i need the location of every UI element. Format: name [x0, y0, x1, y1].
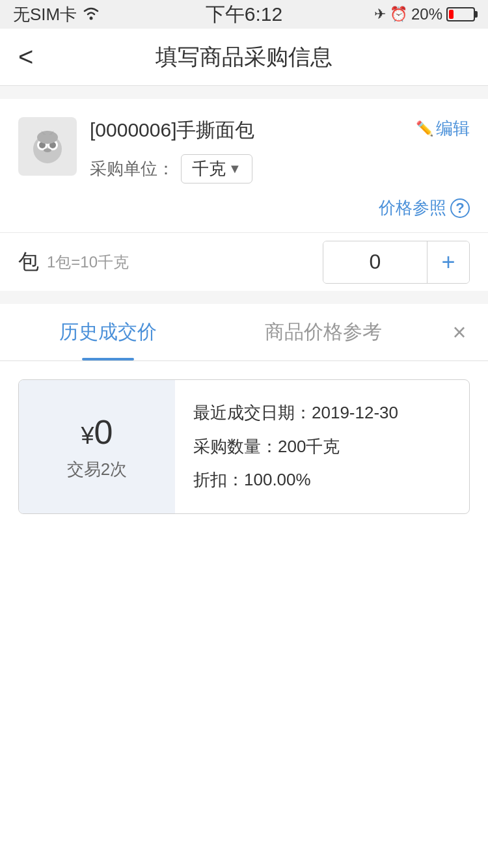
svg-point-0	[90, 16, 93, 20]
edit-icon: ✏️	[416, 120, 433, 137]
discount-label: 折扣：	[193, 470, 244, 489]
product-unit-row: 采购单位： 千克 ▼	[90, 154, 416, 183]
quantity-plus-button[interactable]: +	[427, 241, 469, 283]
svg-point-9	[44, 148, 51, 152]
tab-history-label: 历史成交价	[59, 319, 157, 346]
product-name: [0000006]手撕面包	[90, 117, 416, 144]
quantity-input[interactable]	[323, 241, 427, 283]
alarm-icon: ⏰	[390, 6, 407, 23]
recent-date-label: 最近成交日期：	[193, 403, 312, 422]
price-value: 0	[94, 413, 113, 451]
quantity-sub-label: 1包=10千克	[47, 252, 129, 273]
tab-active-indicator	[82, 358, 134, 360]
history-card: ¥0 交易2次 最近成交日期：2019-12-30 采购数量：200千克 折扣：…	[18, 379, 470, 514]
history-trades-label: 交易2次	[67, 458, 127, 481]
purchase-qty-value: 200千克	[278, 437, 340, 456]
svg-point-6	[37, 131, 58, 144]
wifi-icon	[82, 5, 100, 25]
carrier-text: 无SIM卡	[13, 3, 77, 26]
price-ref-label: 价格参照	[379, 197, 446, 219]
product-left: [0000006]手撕面包 采购单位： 千克 ▼	[18, 117, 416, 183]
battery-fill	[449, 10, 454, 19]
price-currency-symbol: ¥	[81, 422, 94, 449]
location-icon: ✈	[374, 6, 386, 23]
tab-price-ref-label: 商品价格参考	[265, 319, 382, 346]
battery-icon	[446, 7, 475, 21]
product-thumbnail	[18, 117, 77, 176]
quantity-unit-label: 包	[18, 248, 39, 277]
product-info: [0000006]手撕面包 采购单位： 千克 ▼	[90, 117, 416, 183]
edit-label: 编辑	[436, 117, 470, 140]
page-bottom	[0, 532, 488, 868]
battery-percent: 20%	[411, 5, 442, 23]
history-price-section: ¥0 交易2次	[19, 380, 175, 513]
purchase-quantity-item: 采购数量：200千克	[193, 433, 451, 461]
discount-value: 100.00%	[244, 470, 311, 489]
unit-label: 采购单位：	[90, 157, 174, 180]
product-card: [0000006]手撕面包 采购单位： 千克 ▼ ✏️ 编辑 价格参照 ?	[0, 99, 488, 232]
recent-date-value: 2019-12-30	[312, 403, 398, 422]
tab-history-price[interactable]: 历史成交价	[0, 304, 215, 360]
purchase-qty-label: 采购数量：	[193, 437, 278, 456]
product-header: [0000006]手撕面包 采购单位： 千克 ▼ ✏️ 编辑	[18, 117, 470, 183]
price-ref-row: 价格参照 ?	[18, 197, 470, 219]
tabs-panel: 历史成交价 商品价格参考 × ¥0 交易2次 最近成交日期：2019-12-30…	[0, 304, 488, 532]
tab-price-reference[interactable]: 商品价格参考	[215, 304, 431, 360]
edit-button[interactable]: ✏️ 编辑	[416, 117, 470, 140]
quantity-left: 包 1包=10千克	[18, 248, 129, 277]
quantity-controls: +	[323, 241, 470, 284]
price-ref-button[interactable]: 价格参照 ?	[379, 197, 470, 219]
status-time: 下午6:12	[206, 1, 282, 28]
tabs-close-button[interactable]: ×	[431, 304, 488, 361]
status-bar: 无SIM卡 下午6:12 ✈ ⏰ 20%	[0, 0, 488, 29]
page-title: 填写商品采购信息	[156, 42, 332, 72]
unit-select[interactable]: 千克 ▼	[181, 154, 252, 183]
recent-date-item: 最近成交日期：2019-12-30	[193, 400, 451, 427]
back-button[interactable]: <	[18, 42, 33, 72]
nav-bar: < 填写商品采购信息	[0, 29, 488, 86]
tabs-header: 历史成交价 商品价格参考 ×	[0, 304, 488, 361]
history-price-display: ¥0	[81, 413, 113, 452]
unit-arrow-icon: ▼	[228, 161, 241, 176]
product-owl-icon	[27, 126, 68, 167]
status-left: 无SIM卡	[13, 3, 100, 26]
status-right: ✈ ⏰ 20%	[374, 5, 475, 23]
price-ref-help-icon: ?	[450, 198, 470, 218]
history-content: ¥0 交易2次 最近成交日期：2019-12-30 采购数量：200千克 折扣：…	[0, 361, 488, 532]
quantity-row: 包 1包=10千克 +	[0, 232, 488, 291]
history-details: 最近成交日期：2019-12-30 采购数量：200千克 折扣：100.00%	[175, 380, 469, 513]
unit-value: 千克	[192, 157, 226, 180]
discount-item: 折扣：100.00%	[193, 467, 451, 494]
